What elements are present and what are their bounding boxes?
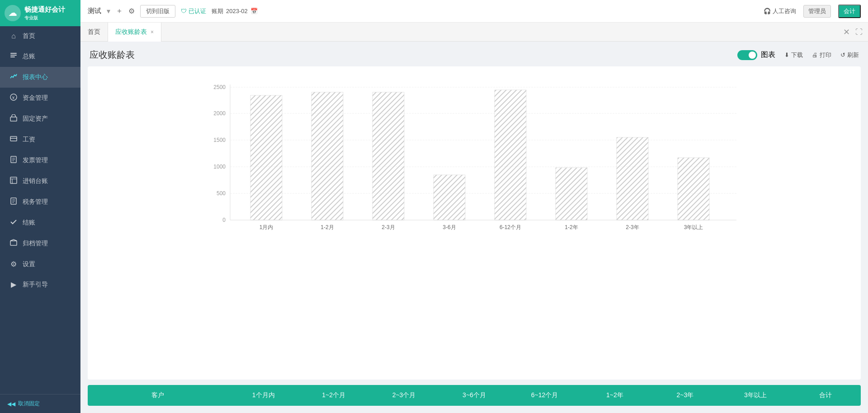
- table-container: 客户 1个月内 1~2个月 2~3个月 3~6个月 6~12个月 1~2年 2~…: [88, 385, 861, 406]
- svg-rect-2: [10, 56, 15, 57]
- page-header: 应收账龄表 图表 ⬇ 下载 🖨 打印: [88, 49, 861, 61]
- sidebar-item-label: 进销台账: [23, 177, 48, 185]
- download-button[interactable]: ⬇ 下载: [784, 51, 803, 59]
- period-info: 账期 2023-02 📅: [212, 7, 258, 15]
- sidebar-item-label: 固定资产: [23, 115, 48, 123]
- svg-text:500: 500: [217, 190, 226, 197]
- sidebar-item-guide[interactable]: ▶ 新手引导: [0, 274, 80, 295]
- svg-rect-1: [10, 55, 17, 56]
- role-button[interactable]: 会计: [838, 5, 861, 18]
- close-window-button[interactable]: ✕: [843, 27, 850, 37]
- admin-button[interactable]: 管理员: [803, 5, 831, 18]
- th-customer: 客户: [88, 385, 228, 406]
- bar-chart: 0 500 1000 1500 2000 2500: [97, 75, 852, 247]
- refresh-icon: ↺: [840, 52, 845, 58]
- workspace-settings-button[interactable]: ⚙: [128, 7, 135, 15]
- svg-text:1月内: 1月内: [259, 224, 274, 230]
- refresh-button[interactable]: ↺ 刷新: [840, 51, 859, 59]
- svg-text:1000: 1000: [213, 164, 226, 170]
- page-title: 应收账龄表: [90, 49, 135, 61]
- bar-3-6月: [434, 175, 465, 220]
- old-version-button[interactable]: 切到旧版: [140, 5, 175, 18]
- svg-text:1500: 1500: [213, 137, 226, 143]
- certified-status: 🛡 已认证: [181, 7, 206, 15]
- th-total: 合计: [791, 385, 861, 406]
- consult-label: 人工咨询: [773, 7, 796, 15]
- sidebar-logo: ☁ 畅捷通好会计 专业版: [0, 0, 80, 26]
- add-workspace-button[interactable]: ＋: [116, 6, 123, 16]
- headset-icon: 🎧: [764, 8, 771, 14]
- sidebar-item-archive[interactable]: 归档管理: [0, 233, 80, 254]
- cancel-pin-button[interactable]: ◀◀ 取消固定: [0, 394, 80, 413]
- logo-sub: 专业版: [24, 15, 65, 21]
- sidebar-item-home[interactable]: ⌂ 首页: [0, 26, 80, 46]
- invoice-icon: [9, 156, 18, 165]
- logo-text: 畅捷通好会计: [24, 5, 65, 14]
- sidebar-item-reports[interactable]: 报表中心: [0, 67, 80, 88]
- topbar: 测试 ▾ ＋ ⚙ 切到旧版 🛡 已认证 账期 2023-02 📅 🎧 人工咨询 …: [80, 0, 868, 23]
- chart-toggle[interactable]: [737, 50, 757, 60]
- th-2-3month: 2~3个月: [369, 385, 439, 406]
- sidebar-item-label: 结账: [23, 219, 35, 227]
- sidebar-item-payroll[interactable]: 工资: [0, 129, 80, 150]
- bar-2-3月: [373, 92, 404, 220]
- bar-1月内: [250, 95, 282, 220]
- expand-button[interactable]: ⛶: [855, 28, 863, 36]
- workspace-title: 测试: [88, 7, 101, 15]
- sidebar-item-label: 设置: [23, 260, 35, 268]
- sidebar-item-label: 税务管理: [23, 198, 48, 206]
- tab-receivable-aging[interactable]: 应收账龄表 ×: [108, 23, 161, 42]
- sidebar: ☁ 畅捷通好会计 专业版 ⌂ 首页 总账 报表中心 ¥ 资金管理: [0, 0, 80, 413]
- tab-home-label: 首页: [88, 28, 100, 36]
- svg-text:6-12个月: 6-12个月: [500, 224, 521, 230]
- chart-container: 0 500 1000 1500 2000 2500: [88, 66, 861, 380]
- reports-icon: [9, 73, 18, 82]
- sidebar-item-trade[interactable]: 进销台账: [0, 171, 80, 192]
- sidebar-item-ledger[interactable]: 总账: [0, 46, 80, 67]
- print-button[interactable]: 🖨 打印: [812, 51, 831, 59]
- archive-icon: [9, 239, 18, 248]
- tax-icon: [9, 197, 18, 206]
- period-value: 2023-02: [226, 8, 248, 14]
- svg-rect-10: [10, 241, 17, 245]
- svg-text:2500: 2500: [213, 84, 226, 90]
- svg-rect-5: [10, 117, 17, 121]
- svg-text:¥: ¥: [12, 95, 15, 100]
- content-inner: 应收账龄表 图表 ⬇ 下载 🖨 打印: [80, 42, 868, 413]
- chart-toggle-label: 图表: [761, 50, 775, 60]
- content-scroll: 应收账龄表 图表 ⬇ 下载 🖨 打印: [80, 42, 868, 413]
- refresh-label: 刷新: [847, 51, 859, 59]
- content-area: 应收账龄表 图表 ⬇ 下载 🖨 打印: [80, 42, 868, 413]
- sidebar-item-label: 报表中心: [23, 73, 48, 81]
- sidebar-item-closing[interactable]: 结账: [0, 212, 80, 233]
- topbar-right: 🎧 人工咨询 管理员 会计: [764, 5, 861, 18]
- sidebar-item-label: 首页: [23, 32, 35, 40]
- guide-icon: ▶: [9, 280, 18, 289]
- sidebar-item-assets[interactable]: 固定资产: [0, 108, 80, 129]
- bar-1-2月: [311, 92, 343, 220]
- workspace-dropdown[interactable]: ▾: [107, 7, 110, 15]
- download-icon: ⬇: [784, 52, 789, 58]
- tab-home[interactable]: 首页: [80, 23, 108, 42]
- svg-text:2000: 2000: [213, 110, 226, 117]
- sidebar-item-tax[interactable]: 税务管理: [0, 192, 80, 212]
- consult-button[interactable]: 🎧 人工咨询: [764, 7, 796, 15]
- sidebar-item-label: 归档管理: [23, 239, 48, 248]
- print-icon: 🖨: [812, 52, 818, 58]
- svg-text:1-2年: 1-2年: [565, 224, 578, 230]
- tabbar: 首页 应收账龄表 × ✕ ⛶: [80, 23, 868, 42]
- calendar-icon[interactable]: 📅: [250, 8, 258, 14]
- tab-active-label: 应收账龄表: [115, 28, 147, 36]
- table-header: 客户 1个月内 1~2个月 2~3个月 3~6个月 6~12个月 1~2年 2~…: [88, 385, 861, 406]
- tab-close-button[interactable]: ×: [151, 29, 154, 35]
- logo-icon: ☁: [5, 5, 21, 21]
- chart-toggle-wrap: 图表: [737, 50, 775, 60]
- main-area: 测试 ▾ ＋ ⚙ 切到旧版 🛡 已认证 账期 2023-02 📅 🎧 人工咨询 …: [80, 0, 868, 413]
- sidebar-item-funds[interactable]: ¥ 资金管理: [0, 88, 80, 108]
- svg-text:2-3年: 2-3年: [626, 224, 639, 230]
- svg-text:3-6月: 3-6月: [443, 224, 456, 230]
- sidebar-item-label: 资金管理: [23, 94, 48, 102]
- bar-2-3年: [617, 137, 648, 220]
- sidebar-item-settings[interactable]: ⚙ 设置: [0, 254, 80, 274]
- sidebar-item-invoice[interactable]: 发票管理: [0, 150, 80, 171]
